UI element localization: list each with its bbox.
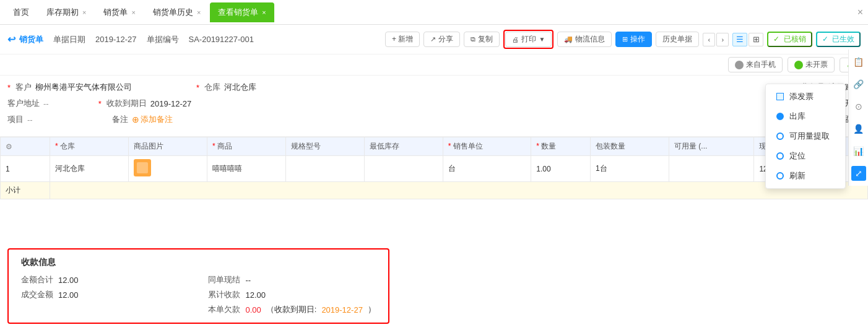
print-button[interactable]: 🖨 打印 ▼: [505, 32, 552, 47]
doc-title-area: ↩ 销货单: [7, 33, 43, 45]
outbound-item[interactable]: 出库: [766, 106, 845, 126]
payment-date-value: 2019-12-27: [150, 99, 192, 108]
tab-home-label: 首页: [13, 7, 29, 18]
row-quantity: 1.00: [531, 156, 591, 182]
tab-history-close[interactable]: ×: [197, 9, 201, 16]
outbound-label: 出库: [789, 111, 805, 122]
add-invoice-item[interactable]: 添发票: [766, 87, 845, 106]
print-label: 打印: [521, 34, 536, 45]
sidebar-icon-1[interactable]: 📋: [851, 54, 866, 69]
col-sales-unit: * 销售单位: [443, 137, 531, 156]
view-buttons: ☰ ⊞: [732, 33, 763, 46]
doc-icon: ↩: [7, 33, 15, 45]
new-label: + 新增: [392, 34, 413, 45]
tab-sales-close[interactable]: ×: [131, 9, 135, 16]
customer-value: 柳州粤港平安气体有限公司: [35, 82, 132, 93]
ticket-icon: [794, 61, 803, 69]
prev-button[interactable]: ‹: [703, 33, 715, 46]
total-amount-value: 12.00: [58, 276, 79, 285]
row-no: 1: [1, 156, 50, 182]
col-warehouse: * 仓库: [50, 137, 129, 156]
new-button[interactable]: + 新增: [385, 32, 420, 47]
tab-check-sales[interactable]: 查看销货单 ×: [210, 2, 274, 22]
close-window-button[interactable]: ×: [857, 7, 863, 18]
tab-history[interactable]: 销货单历史 ×: [145, 2, 209, 22]
share-button[interactable]: ↗ 分享: [423, 32, 460, 47]
grid-view-button[interactable]: ⊞: [749, 33, 763, 46]
warehouse-label: 仓库: [204, 82, 220, 93]
tab-inventory-label: 库存期初: [46, 7, 79, 18]
from-phone-label: 来自手机: [746, 59, 776, 70]
customer-addr-field: 客户地址 --: [7, 98, 49, 109]
tab-inventory-close[interactable]: ×: [82, 9, 86, 16]
print-btn-wrapper: 🖨 打印 ▼: [503, 30, 553, 49]
tab-sales[interactable]: 销货单 ×: [95, 2, 143, 22]
already-cancelled-label: 已核销: [784, 35, 806, 43]
col-settings[interactable]: ⚙: [1, 137, 50, 156]
row-pack-qty: 1台: [591, 156, 669, 182]
owed-note: （收款到期日:: [266, 304, 317, 315]
payment-grid: 金额合计 12.00 同单现结 -- 成交金额 12.00 累计收款 12.00: [21, 274, 376, 315]
col-quantity: * 数量: [531, 137, 591, 156]
row-product: 嘻嘻嘻嘻: [207, 156, 285, 182]
next-button[interactable]: ›: [716, 33, 729, 46]
payment-date-label: 收款到期日: [106, 98, 147, 109]
customer-label: 客户: [15, 82, 32, 93]
locate-item[interactable]: 定位: [766, 146, 845, 166]
add-invoice-label: 添发票: [789, 91, 814, 102]
payment-date-field: * 收款到期日 2019-12-27: [98, 98, 192, 109]
sidebar-icon-4[interactable]: 👤: [851, 121, 866, 136]
doc-title-text: 销货单: [19, 34, 43, 45]
sidebar-icon-6[interactable]: ⤢: [851, 166, 866, 181]
table-row: 1 河北仓库 嘻嘻嘻嘻 台 1.00 1台 12.00 0.: [1, 156, 868, 182]
transaction-amount-row: 成交金额 12.00: [21, 289, 188, 300]
same-order-label: 同单现结: [208, 274, 240, 285]
sidebar-icon-2[interactable]: 🔗: [851, 77, 866, 92]
list-view-button[interactable]: ☰: [732, 33, 747, 46]
date-value: 2019-12-27: [95, 35, 137, 44]
operation-button[interactable]: ⊞ 操作: [615, 32, 652, 47]
owed-value: 0.00: [245, 305, 261, 315]
doc-meta: 单据日期 2019-12-27 单据编号 SA-20191227-001: [53, 34, 254, 45]
not-opened-button[interactable]: 未开票: [788, 57, 835, 72]
row-product-img: [129, 156, 207, 182]
owed-full-row: 本单欠款 0.00 （收款到期日: 2019-12-27 ）: [208, 304, 375, 315]
tab-home[interactable]: 首页: [5, 2, 37, 22]
print-dropdown-arrow[interactable]: ▼: [539, 36, 545, 43]
cumulative-value: 12.00: [245, 290, 266, 300]
copy-button[interactable]: ⧉ 复制: [464, 32, 500, 47]
available-qty-item[interactable]: 可用量提取: [766, 126, 845, 146]
from-phone-button[interactable]: 来自手机: [728, 57, 783, 72]
col-product-img: 商品图片: [129, 137, 207, 156]
history-button[interactable]: 历史单据: [656, 32, 699, 47]
owed-end: ）: [368, 304, 376, 315]
refresh-icon: [776, 172, 784, 180]
already-cancelled-button[interactable]: ✓ 已核销: [767, 32, 812, 47]
total-amount-label: 金额合计: [21, 274, 53, 285]
addr-value: --: [43, 99, 49, 108]
row-sales-unit: 台: [443, 156, 531, 182]
settings-icon[interactable]: ⚙: [6, 142, 12, 151]
row-spec: [285, 156, 364, 182]
operation-label: 操作: [630, 34, 645, 45]
remark-field: 备注 ⊕ 添加备注: [112, 114, 173, 125]
already-effective-button[interactable]: ✓ 已生效: [816, 32, 861, 47]
owed-label: 本单欠款: [208, 304, 240, 315]
phone-icon: [735, 61, 744, 69]
total-amount-row: 金额合计 12.00: [21, 274, 188, 285]
tab-check-sales-close[interactable]: ×: [262, 9, 266, 16]
subtotal-cells: [50, 182, 868, 199]
sidebar-icon-3[interactable]: ⊙: [851, 99, 866, 114]
sidebar-icon-5[interactable]: 📊: [851, 144, 866, 158]
logistics-button[interactable]: 🚚 物流信息: [557, 32, 612, 47]
outbound-icon: [776, 112, 784, 121]
remark-label: 备注: [112, 114, 128, 125]
add-remark-button[interactable]: ⊕ 添加备注: [132, 114, 173, 125]
product-image: [134, 159, 151, 176]
tab-history-label: 销货单历史: [153, 7, 193, 18]
tab-inventory[interactable]: 库存期初 ×: [38, 2, 94, 22]
warehouse-field: * 仓库 河北仓库: [196, 82, 256, 93]
right-sidebar: 📋 🔗 ⊙ 👤 📊 ⤢: [848, 50, 868, 186]
refresh-item[interactable]: 刷新: [766, 166, 845, 186]
tab-check-sales-label: 查看销货单: [218, 7, 258, 18]
